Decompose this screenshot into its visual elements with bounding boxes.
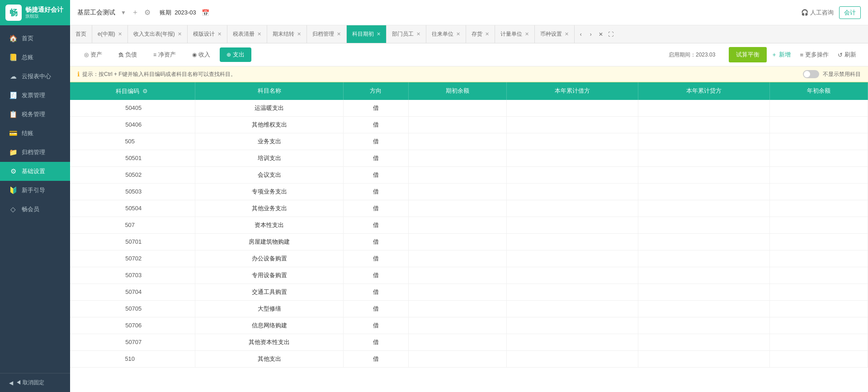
cell-name: 专项业务支出 — [195, 183, 343, 200]
tab-close-icon[interactable]: ✕ — [525, 31, 529, 37]
add-button[interactable]: ＋ 新增 — [767, 51, 795, 59]
table-row[interactable]: 50707 其他资本性支出 借 — [70, 334, 868, 350]
subtab-equity[interactable]: ≡ 净资产 — [146, 47, 183, 62]
table-row[interactable]: 510 其他支出 借 — [70, 350, 868, 367]
tab-close-icon[interactable]: ✕ — [257, 31, 261, 37]
sidebar-item-reports[interactable]: ☁ 云报表中心 — [0, 67, 70, 86]
tab-close-icon[interactable]: ✕ — [217, 31, 222, 37]
sidebar-item-tax[interactable]: 📋 税务管理 — [0, 105, 70, 124]
subtab-expense[interactable]: ⊕ 支出 — [220, 47, 251, 62]
subtab-label: 净资产 — [158, 51, 176, 59]
setting-gear-icon[interactable]: ⚙ — [144, 8, 151, 17]
tab-maximize-icon[interactable]: ⛶ — [606, 30, 615, 39]
table-row[interactable]: 50406 其他维权支出 借 — [70, 116, 868, 133]
cell-year-begin — [769, 100, 868, 117]
more-icon: ≡ — [800, 52, 803, 58]
tab-partner[interactable]: 往来单位 ✕ — [426, 25, 466, 43]
table-row[interactable]: 50701 房屋建筑物购建 借 — [70, 233, 868, 250]
cell-ytd-credit — [638, 267, 769, 283]
tab-close-icon[interactable]: ✕ — [337, 31, 341, 37]
sidebar-item-label: 结账 — [22, 129, 33, 137]
table-row[interactable]: 50405 运温暖支出 借 — [70, 100, 868, 117]
tab-income-report[interactable]: 收入支出表(年报) ✕ — [128, 25, 188, 43]
add-tab-icon[interactable]: ＋ — [132, 8, 139, 17]
more-button[interactable]: ≡ 更多操作 — [795, 51, 833, 59]
table-row[interactable]: 50504 其他业务支出 借 — [70, 200, 868, 217]
help-button[interactable]: 🎧 人工咨询 — [801, 9, 834, 17]
cell-period-balance — [408, 267, 506, 283]
calendar-icon[interactable]: 📅 — [202, 9, 209, 16]
sidebar-item-invoice[interactable]: 🧾 发票管理 — [0, 86, 70, 105]
cell-code: 50707 — [70, 334, 195, 350]
tab-inventory[interactable]: 存货 ✕ — [466, 25, 495, 43]
tab-close-icon[interactable]: ✕ — [377, 31, 381, 37]
sidebar-item-guide[interactable]: 🔰 新手引导 — [0, 181, 70, 200]
sidebar-item-member[interactable]: ◇ 畅会员 — [0, 200, 70, 219]
cell-year-begin — [769, 283, 868, 300]
table-row[interactable]: 50503 专项业务支出 借 — [70, 183, 868, 200]
refresh-button[interactable]: ↺ 刷新 — [833, 51, 861, 59]
tab-unit[interactable]: 计量单位 ✕ — [495, 25, 535, 43]
cell-year-begin — [769, 334, 868, 350]
account-button[interactable]: 会计 — [839, 6, 861, 19]
sidebar-item-settings[interactable]: ⚙ 基础设置 — [0, 162, 70, 181]
title-dropdown-icon[interactable]: ▼ — [121, 9, 126, 16]
tab-label: 税表清册 — [233, 30, 255, 38]
sidebar-item-archive[interactable]: 📁 归档管理 — [0, 143, 70, 162]
cell-ytd-credit — [638, 150, 769, 166]
tab-close-icon[interactable]: ✕ — [565, 31, 569, 37]
tab-period-mid[interactable]: е(中期) ✕ — [92, 25, 128, 43]
table-row[interactable]: 50705 大型修缮 借 — [70, 300, 868, 317]
tab-archive[interactable]: 归档管理 ✕ — [307, 25, 347, 43]
table-row[interactable]: 50706 信息网络购建 借 — [70, 317, 868, 334]
cell-ytd-credit — [638, 334, 769, 350]
tab-close-all-icon[interactable]: ✕ — [596, 30, 605, 39]
tab-close-icon[interactable]: ✕ — [118, 31, 122, 37]
tab-period-end[interactable]: 期末结转 ✕ — [267, 25, 307, 43]
tab-label: е(中期) — [98, 30, 115, 38]
logo-icon: 畅 — [5, 5, 22, 21]
tab-close-icon[interactable]: ✕ — [456, 31, 460, 37]
cell-ytd-debit — [507, 283, 638, 300]
tab-close-icon[interactable]: ✕ — [178, 31, 182, 37]
content-area: ◎ 资产 负 负债 ≡ 净资产 ◉ 收入 ⊕ 支出 启用期间：2023.03 试… — [70, 43, 868, 392]
table-row[interactable]: 507 资本性支出 借 — [70, 217, 868, 233]
tab-tax-clear[interactable]: 税表清册 ✕ — [227, 25, 267, 43]
tab-scroll-left-icon[interactable]: ‹ — [576, 30, 585, 39]
balance-button[interactable]: 试算平衡 — [729, 47, 767, 62]
tab-subject-init[interactable]: 科目期初 ✕ — [347, 25, 387, 43]
tab-department[interactable]: 部门员工 ✕ — [387, 25, 426, 43]
sidebar-item-checkout[interactable]: 💳 结账 — [0, 124, 70, 143]
tab-home[interactable]: 首页 — [70, 25, 92, 43]
table-row[interactable]: 50702 办公设备购置 借 — [70, 250, 868, 267]
disable-toggle[interactable] — [803, 70, 819, 78]
cell-ytd-credit — [638, 200, 769, 217]
sidebar-item-home[interactable]: 🏠 首页 — [0, 29, 70, 48]
table-row[interactable]: 50501 培训支出 借 — [70, 150, 868, 166]
cell-year-begin — [769, 267, 868, 283]
tab-scroll-right-icon[interactable]: › — [586, 30, 595, 39]
tab-close-icon[interactable]: ✕ — [297, 31, 301, 37]
tab-close-icon[interactable]: ✕ — [485, 31, 489, 37]
cell-name: 培训支出 — [195, 150, 343, 166]
invoice-icon: 🧾 — [9, 91, 17, 99]
cell-year-begin — [769, 217, 868, 233]
subtab-liability[interactable]: 负 负债 — [112, 47, 144, 62]
col-name: 科目名称 — [195, 82, 343, 100]
table-row[interactable]: 50704 交通工具购置 借 — [70, 283, 868, 300]
headset-icon: 🎧 — [801, 9, 808, 16]
tab-currency[interactable]: 币种设置 ✕ — [535, 25, 575, 43]
tab-template[interactable]: 模版设计 ✕ — [188, 25, 227, 43]
sidebar-pin-toggle[interactable]: ◀ ◀ 取消固定 — [0, 373, 70, 392]
cell-year-begin — [769, 300, 868, 317]
subtab-asset[interactable]: ◎ 资产 — [77, 47, 109, 62]
subtab-income[interactable]: ◉ 收入 — [185, 47, 217, 62]
table-row[interactable]: 50703 专用设备购置 借 — [70, 267, 868, 283]
tab-label: 存货 — [472, 30, 482, 38]
col-settings-icon[interactable]: ⚙ — [141, 87, 149, 95]
sidebar-item-ledger[interactable]: 📒 总账 — [0, 48, 70, 67]
cell-period-balance — [408, 150, 506, 166]
table-row[interactable]: 50502 会议支出 借 — [70, 166, 868, 183]
table-row[interactable]: 505 业务支出 借 — [70, 133, 868, 150]
tab-close-icon[interactable]: ✕ — [416, 31, 420, 37]
